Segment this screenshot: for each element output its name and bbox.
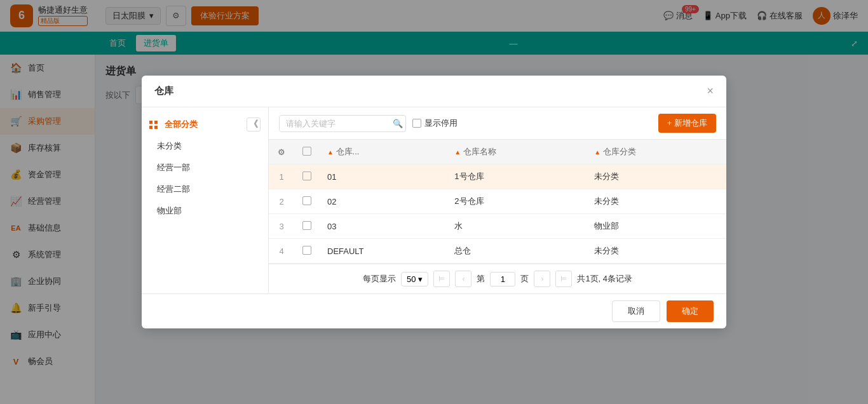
category-dept2[interactable]: 经营二部 [142, 178, 268, 200]
page-first-button[interactable]: ⊨ [433, 271, 450, 287]
pagination: 每页显示 50 ▾ ⊨ ‹ 第 页 › ⊨ 共1页, 4条记录 [279, 271, 716, 287]
page-unit: 页 [520, 273, 529, 285]
search-input[interactable] [280, 116, 388, 131]
row-code: DEFAULT [320, 239, 447, 264]
all-category-label: 全部分类 [165, 119, 198, 129]
col-header-gear: ⚙ [269, 140, 294, 165]
all-category-header[interactable]: 全部分类 《 [142, 114, 268, 135]
row-checkbox[interactable] [294, 214, 320, 239]
table-header-row: ⚙ ▲ 仓库... ▲ 仓库名称 [269, 140, 726, 165]
row-name: 1号仓库 [447, 165, 587, 189]
modal-title: 仓库 [154, 85, 173, 97]
category-unclassified[interactable]: 未分类 [142, 135, 268, 157]
page-label: 第 [477, 273, 485, 285]
row-code: 02 [320, 189, 447, 214]
show-disabled-toggle[interactable]: 显示停用 [412, 118, 458, 129]
col-header-code: ▲ 仓库... [320, 140, 447, 165]
per-page-select[interactable]: 50 ▾ [401, 272, 428, 286]
per-page-value: 50 [407, 274, 416, 284]
table-wrap: ⚙ ▲ 仓库... ▲ 仓库名称 [269, 140, 726, 264]
search-icon[interactable]: 🔍 [388, 119, 406, 128]
modal-footer: 每页显示 50 ▾ ⊨ ‹ 第 页 › ⊨ 共1页, 4条记录 [269, 264, 726, 293]
table-toolbar: 🔍 显示停用 + 新增仓库 [269, 107, 726, 140]
show-disabled-checkbox[interactable] [412, 119, 421, 128]
row-category: 物业部 [587, 214, 726, 239]
search-input-wrap: 🔍 [279, 115, 406, 132]
per-page-chevron: ▾ [418, 274, 423, 284]
row-checkbox[interactable] [294, 239, 320, 264]
row-category: 未分类 [587, 239, 726, 264]
total-info: 共1页, 4条记录 [577, 273, 632, 285]
row-checkbox[interactable] [294, 189, 320, 214]
category-property[interactable]: 物业部 [142, 200, 268, 222]
row-code: 01 [320, 165, 447, 189]
row-num: 4 [269, 239, 294, 264]
row-name: 2号仓库 [447, 189, 587, 214]
modal-close-button[interactable]: × [707, 84, 714, 98]
row-name: 水 [447, 214, 587, 239]
warehouse-table: ⚙ ▲ 仓库... ▲ 仓库名称 [269, 140, 726, 264]
row-num: 2 [269, 189, 294, 214]
table-row[interactable]: 3 03 水 物业部 [269, 214, 726, 239]
row-code: 03 [320, 214, 447, 239]
sort-icon-code: ▲ [327, 149, 334, 156]
col-header-check [294, 140, 320, 165]
category-collapse-button[interactable]: 《 [247, 118, 261, 131]
table-row[interactable]: 4 DEFAULT 总仓 未分类 [269, 239, 726, 264]
modal-header: 仓库 × [142, 76, 726, 107]
page-last-button[interactable]: ⊨ [555, 271, 572, 287]
table-row[interactable]: 2 02 2号仓库 未分类 [269, 189, 726, 214]
add-warehouse-button[interactable]: + 新增仓库 [658, 114, 716, 133]
row-category: 未分类 [587, 165, 726, 189]
page-prev-button[interactable]: ‹ [455, 271, 471, 287]
col-header-name: ▲ 仓库名称 [447, 140, 587, 165]
per-page-label: 每页显示 [363, 273, 396, 285]
col-header-category: ▲ 仓库分类 [587, 140, 726, 165]
row-category: 未分类 [587, 189, 726, 214]
sort-icon-name: ▲ [454, 149, 461, 156]
modal-body: 全部分类 《 未分类 经营一部 经营二部 物业部 🔍 [142, 107, 726, 293]
page-number-input[interactable] [490, 272, 515, 286]
row-num: 1 [269, 165, 294, 189]
page-next-button[interactable]: › [534, 271, 550, 287]
row-checkbox[interactable] [294, 165, 320, 189]
modal-actions: 取消 确定 [142, 293, 726, 328]
category-dept1[interactable]: 经营一部 [142, 157, 268, 178]
cancel-button[interactable]: 取消 [612, 300, 660, 322]
warehouse-modal: 仓库 × 全部分类 《 [142, 76, 726, 328]
table-row[interactable]: 1 01 1号仓库 未分类 [269, 165, 726, 189]
sort-icon-category: ▲ [594, 149, 600, 156]
confirm-button[interactable]: 确定 [667, 300, 714, 322]
show-disabled-label: 显示停用 [424, 118, 458, 129]
table-panel: 🔍 显示停用 + 新增仓库 ⚙ [269, 107, 726, 293]
row-num: 3 [269, 214, 294, 239]
row-name: 总仓 [447, 239, 587, 264]
modal-overlay: 仓库 × 全部分类 《 [0, 0, 868, 404]
category-panel: 全部分类 《 未分类 经营一部 经营二部 物业部 [142, 107, 269, 293]
